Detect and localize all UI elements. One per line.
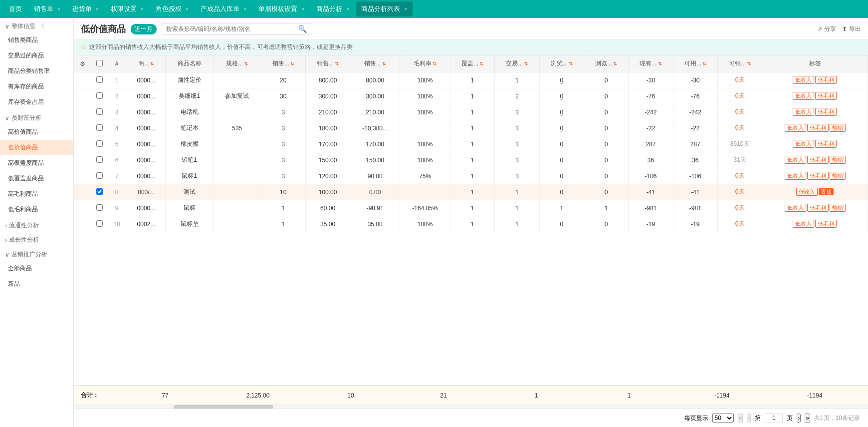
nav-role[interactable]: 角色授权 × (151, 1, 194, 16)
row-check[interactable] (92, 168, 107, 184)
table-container[interactable]: ⚙ # 商...⇅ 商品名称 规格...⇅ 销售...⇅ 销售...⇅ 销售..… (74, 55, 868, 385)
sidebar-item-category-rate[interactable]: 商品分类销售率 (0, 63, 73, 79)
nav-template[interactable]: 单据模板设置 × (253, 1, 309, 16)
row-gear[interactable] (74, 120, 92, 136)
next-page-button[interactable]: › (797, 414, 801, 423)
sidebar-item-stock-goods[interactable]: 有库存的商品 (0, 79, 73, 94)
row-check[interactable] (92, 72, 107, 88)
row-tags: 低收入低毛利 (762, 216, 868, 232)
row-gear[interactable] (74, 104, 92, 120)
nav-sales[interactable]: 销售单 × (29, 1, 65, 16)
row-gear[interactable] (74, 72, 92, 88)
row-browse1[interactable]: 1 (539, 200, 584, 216)
sidebar-collapse-overall[interactable]: 《 (37, 22, 45, 30)
sidebar-item-all-goods[interactable]: 全部商品 (0, 261, 73, 276)
row-tags: 低收入低毛利 (762, 88, 868, 104)
row-gear[interactable] (74, 168, 92, 184)
row-checkbox[interactable] (96, 140, 103, 147)
sidebar-item-high-value[interactable]: 高价值商品 (0, 124, 73, 140)
col-current-stock[interactable]: 现有...⇅ (629, 55, 673, 72)
row-check[interactable] (92, 184, 107, 200)
col-sales-detail[interactable]: 销售...⇅ (350, 55, 400, 72)
sidebar-item-low-value[interactable]: 低价值商品 (0, 140, 73, 155)
prev-page-button[interactable]: ‹ (747, 414, 751, 423)
nav-product[interactable]: 产成品入库单 × (196, 1, 251, 16)
row-check[interactable] (92, 136, 107, 152)
row-gear[interactable] (74, 152, 92, 168)
nav-permission[interactable]: 权限设置 × (106, 1, 149, 16)
nav-analysis[interactable]: 商品分析 × (311, 1, 354, 16)
export-button[interactable]: ⬆ 导出 (842, 25, 861, 33)
col-check-all[interactable] (92, 55, 107, 72)
row-browse1[interactable]: 0 (539, 104, 584, 120)
row-gear[interactable] (74, 136, 92, 152)
col-sellable[interactable]: 可销...⇅ (718, 55, 762, 72)
row-gear[interactable] (74, 216, 92, 232)
sidebar-group-marketing[interactable]: ∨ 营销推广分析 (0, 246, 73, 261)
row-checkbox[interactable] (96, 188, 103, 195)
row-gear[interactable] (74, 88, 92, 104)
sidebar-item-low-profit[interactable]: 低毛利商品 (0, 202, 73, 217)
col-trade[interactable]: 交易...⇅ (495, 55, 539, 72)
col-code[interactable]: 商...⇅ (127, 55, 166, 72)
nav-purchase[interactable]: 进货单 × (67, 1, 104, 16)
row-browse1[interactable]: 0 (539, 88, 584, 104)
row-check[interactable] (92, 104, 107, 120)
nav-analysis-list[interactable]: 商品分析列表 × (356, 1, 412, 16)
row-checkbox[interactable] (96, 76, 103, 83)
row-browse1[interactable]: 0 (539, 184, 584, 200)
page-number-input[interactable] (765, 413, 783, 423)
row-checkbox[interactable] (96, 204, 103, 211)
sidebar-group-growth[interactable]: › 成长性分析 (0, 232, 73, 246)
share-button[interactable]: ↗ 分享 (817, 25, 836, 33)
sidebar-group-flow[interactable]: › 流通性分析 (0, 217, 73, 232)
row-check[interactable] (92, 152, 107, 168)
col-spec[interactable]: 规格...⇅ (213, 55, 261, 72)
row-checkbox[interactable] (96, 172, 103, 179)
col-browse1[interactable]: 浏览...⇅ (539, 55, 584, 72)
sidebar-item-new-goods[interactable]: 新品 (0, 276, 73, 292)
row-browse1[interactable]: 0 (539, 72, 584, 88)
search-icon[interactable]: 🔍 (298, 25, 307, 33)
col-name[interactable]: 商品名称 (166, 55, 214, 72)
date-badge[interactable]: 近一月 (131, 24, 157, 34)
page-size-select[interactable]: 50 100 (712, 414, 734, 423)
col-available[interactable]: 可用...⇅ (673, 55, 717, 72)
nav-home[interactable]: 首页 (4, 1, 27, 16)
col-coverage[interactable]: 覆盖...⇅ (450, 55, 494, 72)
row-browse1[interactable]: 0 (539, 136, 584, 152)
row-check[interactable] (92, 216, 107, 232)
last-page-button[interactable]: » (805, 414, 810, 423)
col-sales-amount[interactable]: 销售...⇅ (305, 55, 350, 72)
row-checkbox[interactable] (96, 156, 103, 163)
search-input[interactable] (166, 25, 295, 32)
sidebar-group-employee[interactable]: ∨ 员财富分析 (0, 110, 73, 124)
sidebar-item-sales-goods[interactable]: 销售类商品 (0, 32, 73, 48)
col-gross-rate[interactable]: 毛利率⇅ (400, 55, 450, 72)
row-gear[interactable] (74, 200, 92, 216)
sidebar-item-low-coverage[interactable]: 低覆盖度商品 (0, 171, 73, 186)
row-browse1[interactable]: 0 (539, 216, 584, 232)
row-checkbox[interactable] (96, 220, 103, 227)
row-browse1[interactable]: 0 (539, 120, 584, 136)
row-browse1[interactable]: 0 (539, 168, 584, 184)
sidebar-group-overall[interactable]: ∨ 整体信息 《 (0, 18, 73, 32)
col-sales-qty[interactable]: 销售...⇅ (261, 55, 305, 72)
row-browse1[interactable]: 0 (539, 152, 584, 168)
row-checkbox[interactable] (96, 124, 103, 131)
sidebar-item-traded-goods[interactable]: 交易过的商品 (0, 48, 73, 63)
col-gear[interactable]: ⚙ (74, 55, 92, 72)
check-all-input[interactable] (96, 60, 103, 66)
row-check[interactable] (92, 200, 107, 216)
col-browse2[interactable]: 浏览...⇅ (584, 55, 628, 72)
first-page-button[interactable]: « (738, 414, 743, 423)
sidebar-item-high-coverage[interactable]: 高覆盖度商品 (0, 155, 73, 171)
row-checkbox[interactable] (96, 108, 103, 115)
row-checkbox[interactable] (96, 92, 103, 99)
table-row: 2 0000... 吴细细1 参加复试 30 300.00 300.00 100… (74, 88, 868, 104)
row-check[interactable] (92, 120, 107, 136)
row-check[interactable] (92, 88, 107, 104)
sidebar-item-high-profit[interactable]: 高毛利商品 (0, 186, 73, 202)
row-gear[interactable] (74, 184, 92, 200)
sidebar-item-stock-funds[interactable]: 库存资金占用 (0, 94, 73, 110)
